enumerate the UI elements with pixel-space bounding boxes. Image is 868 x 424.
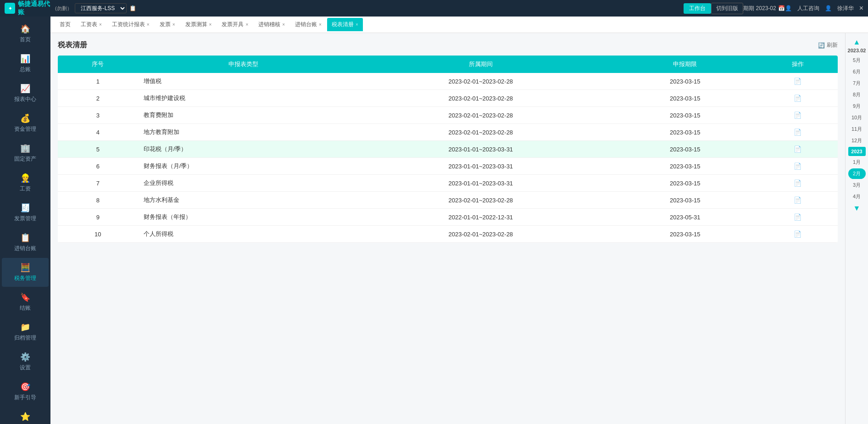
- cell-action[interactable]: 📄: [757, 209, 838, 226]
- cell-id: 1: [58, 73, 138, 90]
- cell-type: 印花税（月/季）: [138, 141, 349, 158]
- table-row: 4 地方教育附加 2023-02-01~2023-02-28 2023-03-1…: [58, 124, 838, 141]
- action-icon[interactable]: 📄: [794, 145, 801, 153]
- action-icon[interactable]: 📄: [794, 78, 801, 85]
- col-deadline: 申报期限: [612, 56, 757, 73]
- tab-tax-list[interactable]: 税表清册 ×: [327, 18, 363, 31]
- action-icon[interactable]: 📄: [794, 128, 801, 136]
- cell-action[interactable]: 📄: [757, 107, 838, 124]
- settings-icon: ⚙️: [20, 352, 30, 362]
- cell-period: 2023-01-01~2023-03-31: [349, 175, 612, 192]
- sidebar-item-archive[interactable]: 📁 归档管理: [2, 318, 49, 346]
- tab-salary-stats-label: 工资统计报表: [112, 21, 145, 28]
- tab-invoice-issue-close[interactable]: ×: [245, 22, 248, 27]
- tab-salary-stats[interactable]: 工资统计报表 ×: [107, 18, 154, 31]
- username: 徐泽华: [837, 5, 854, 12]
- calendar-icon: 📅: [778, 5, 785, 11]
- sidebar-label-guide: 新手引导: [14, 394, 36, 402]
- month-item[interactable]: 6月: [848, 67, 866, 77]
- month-item[interactable]: 2023: [848, 147, 866, 156]
- sidebar-item-salary[interactable]: 👷 工资: [2, 168, 49, 197]
- action-icon[interactable]: 📄: [794, 162, 801, 170]
- cell-action[interactable]: 📄: [757, 90, 838, 107]
- sidebar-item-closing[interactable]: 🔖 结账: [2, 288, 49, 317]
- cell-period: 2023-02-01~2023-02-28: [349, 107, 612, 124]
- sidebar-item-tax[interactable]: 🧮 税务管理: [2, 258, 49, 287]
- cell-period: 2023-02-01~2023-02-28: [349, 226, 612, 243]
- sidebar-label-ledger: 总账: [20, 66, 31, 73]
- action-icon[interactable]: 📄: [794, 230, 801, 238]
- table-row: 1 增值税 2023-02-01~2023-02-28 2023-03-15 📄: [58, 73, 838, 90]
- cell-action[interactable]: 📄: [757, 158, 838, 175]
- user-service[interactable]: 人工咨询: [797, 5, 819, 12]
- month-item[interactable]: 11月: [848, 124, 866, 134]
- cell-deadline: 2023-03-15: [612, 73, 757, 90]
- sidebar-label-settings: 设置: [20, 364, 31, 372]
- sidebar-item-member[interactable]: ⭐ 畅会员: [2, 407, 49, 424]
- cell-action[interactable]: 📄: [757, 175, 838, 192]
- month-item[interactable]: 8月: [848, 89, 866, 100]
- tab-home[interactable]: 首页: [55, 18, 75, 31]
- tab-salary-table-close[interactable]: ×: [99, 22, 102, 27]
- refresh-button[interactable]: 🔄 刷新: [818, 41, 838, 49]
- tab-purchase-audit-close[interactable]: ×: [282, 22, 285, 27]
- month-item[interactable]: 7月: [848, 78, 866, 89]
- company-dropdown[interactable]: 江西服务-LSS: [75, 3, 127, 13]
- sidebar-item-assets[interactable]: 🏢 固定资产: [2, 139, 49, 167]
- action-icon[interactable]: 📄: [794, 213, 801, 221]
- cell-action[interactable]: 📄: [757, 226, 838, 243]
- month-item[interactable]: 9月: [848, 101, 866, 112]
- cell-deadline: 2023-03-15: [612, 226, 757, 243]
- tab-salary-stats-close[interactable]: ×: [147, 22, 150, 27]
- cell-action[interactable]: 📄: [757, 124, 838, 141]
- action-icon[interactable]: 📄: [794, 95, 801, 102]
- cell-action[interactable]: 📄: [757, 192, 838, 209]
- month-item[interactable]: 5月: [848, 55, 866, 66]
- scroll-up-button[interactable]: ▲: [851, 37, 862, 48]
- invoice-icon: 🧾: [20, 203, 30, 213]
- cell-type: 城市维护建设税: [138, 90, 349, 107]
- switch-button[interactable]: 切到旧版: [711, 3, 743, 14]
- sidebar-item-reports[interactable]: 📈 报表中心: [2, 79, 49, 108]
- cell-period: 2023-02-01~2023-02-28: [349, 90, 612, 107]
- table-row: 7 企业所得税 2023-01-01~2023-03-31 2023-03-15…: [58, 175, 838, 192]
- main-layout: 🏠 首页 📊 总账 📈 报表中心 💰 资金管理 🏢 固定资产 👷 工资 🧾 发票…: [0, 17, 868, 424]
- sidebar-item-purchase-sales[interactable]: 📋 进销台账: [2, 228, 49, 257]
- table-row: 5 印花税（月/季） 2023-01-01~2023-03-31 2023-03…: [58, 141, 838, 158]
- close-button[interactable]: ×: [859, 4, 863, 12]
- month-item[interactable]: 2月: [848, 168, 866, 179]
- sidebar-label-purchase-sales: 进销台账: [14, 245, 36, 252]
- action-icon[interactable]: 📄: [794, 112, 801, 119]
- cell-action[interactable]: 📄: [757, 141, 838, 158]
- sidebar-item-guide[interactable]: 🎯 新手引导: [2, 377, 49, 406]
- month-item[interactable]: 3月: [848, 180, 866, 190]
- action-icon[interactable]: 📄: [794, 179, 801, 187]
- tab-salary-table[interactable]: 工资表 ×: [76, 18, 106, 31]
- tab-invoice-calc[interactable]: 发票测算 ×: [181, 18, 217, 31]
- sidebar-item-ledger[interactable]: 📊 总账: [2, 49, 49, 78]
- tab-purchase-audit[interactable]: 进销稽核 ×: [254, 18, 289, 31]
- tab-invoice-issue-label: 发票开具: [222, 21, 244, 28]
- sidebar-item-home[interactable]: 🏠 首页: [2, 19, 49, 48]
- sidebar-item-settings[interactable]: ⚙️ 设置: [2, 347, 49, 376]
- month-item[interactable]: 1月: [848, 157, 866, 167]
- sidebar-item-funds[interactable]: 💰 资金管理: [2, 109, 49, 138]
- tab-purchase-ledger[interactable]: 进销台账 ×: [290, 18, 326, 31]
- scroll-down-button[interactable]: ▼: [851, 203, 862, 214]
- cell-deadline: 2023-03-15: [612, 124, 757, 141]
- month-item[interactable]: 4月: [848, 191, 866, 202]
- workbench-button[interactable]: 工作台: [684, 3, 711, 14]
- tab-invoice[interactable]: 发票 ×: [155, 18, 180, 31]
- cell-action[interactable]: 📄: [757, 73, 838, 90]
- action-icon[interactable]: 📄: [794, 196, 801, 204]
- tab-purchase-ledger-close[interactable]: ×: [319, 22, 322, 27]
- tab-invoice-calc-close[interactable]: ×: [209, 22, 212, 27]
- month-item[interactable]: 12月: [848, 135, 866, 146]
- tab-tax-list-close[interactable]: ×: [356, 22, 358, 27]
- tab-invoice-issue[interactable]: 发票开具 ×: [217, 18, 253, 31]
- sidebar-item-invoice[interactable]: 🧾 发票管理: [2, 198, 49, 227]
- tab-invoice-close[interactable]: ×: [172, 22, 175, 27]
- month-item[interactable]: 10月: [848, 112, 866, 123]
- page-content: 税表清册 🔄 刷新 序号 申报表类型 所属期间 申报期限 操作: [50, 33, 845, 424]
- period-label: 期期: [743, 5, 754, 12]
